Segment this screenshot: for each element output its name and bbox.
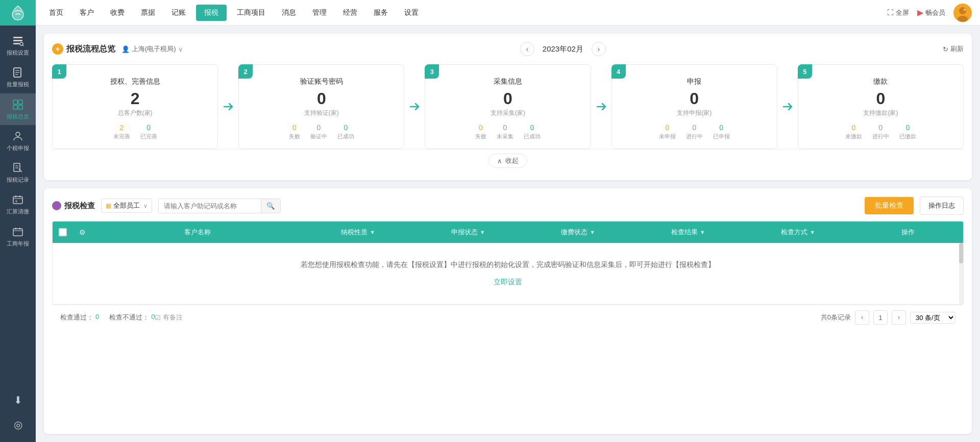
th-declare-status[interactable]: 申报状态 ▼ — [413, 222, 524, 243]
nav-item-tax[interactable]: 报税 — [196, 5, 227, 21]
th-operation: 操作 — [853, 222, 964, 243]
step-count-3: 0 — [503, 90, 512, 107]
sidebar-help-btn[interactable]: ◎ — [0, 413, 36, 436]
stat-label-1-0: 未完善 — [113, 133, 130, 140]
collapse-button[interactable]: ∧ 收起 — [488, 154, 527, 168]
th-gear[interactable]: ⚙ — [73, 222, 91, 243]
setup-link[interactable]: 立即设置 — [494, 278, 522, 286]
step-num-3: 3 — [425, 64, 439, 79]
refresh-button[interactable]: ↻ 刷新 — [943, 44, 964, 54]
step-count-4: 0 — [690, 90, 699, 107]
filter-icon-method: ▼ — [810, 229, 815, 235]
tax-check-table: ⚙ 客户名称 纳税性质 ▼ 申报状态 ▼ 缴费状态 ▼ — [52, 221, 964, 305]
refresh-icon: ↻ — [943, 45, 948, 53]
vip-button[interactable]: ▶ 畅会员 — [917, 8, 945, 17]
per-page-select[interactable]: 30 条/页 50 条/页 100 条/页 — [910, 312, 955, 324]
operation-log-button[interactable]: 操作日志 — [920, 197, 964, 215]
prev-month-button[interactable]: ‹ — [520, 42, 534, 56]
check-pass-num[interactable]: 0 — [95, 313, 99, 322]
stat-label-5-0: 未缴款 — [845, 133, 862, 140]
batch-check-button[interactable]: 批量检查 — [865, 197, 914, 214]
scrollbar-thumb[interactable] — [959, 243, 963, 263]
step-count-1: 2 — [131, 90, 140, 107]
th-check-method[interactable]: 检查方式 ▼ — [743, 222, 853, 243]
th-tax-nature[interactable]: 纳税性质 ▼ — [303, 222, 413, 243]
nav-item-fee[interactable]: 收费 — [102, 0, 133, 26]
avatar[interactable] — [953, 4, 972, 22]
step-stats-3: 0 失败 0 未采集 0 已成功 — [475, 124, 541, 140]
employee-filter-dropdown[interactable]: ▦ 全部员工 ∨ — [101, 199, 152, 213]
collapse-icon: ∧ — [497, 157, 502, 165]
check-fail-label: 检查不通过： — [109, 313, 149, 322]
tax-overview-icon — [12, 99, 24, 111]
sidebar-item-individual-tax[interactable]: 个税申报 — [0, 125, 36, 157]
step-num-4: 4 — [611, 64, 626, 79]
nav-item-message[interactable]: 消息 — [274, 0, 304, 26]
chevron-down-filter-icon: ∨ — [143, 203, 148, 209]
stat-label-4-0: 未申报 — [659, 133, 676, 140]
gear-icon: ⚙ — [79, 228, 86, 236]
content-area: + 报税流程总览 👤 上海(电子税局) ∨ ‹ 2023年02月 › ↻ 刷新 — [36, 26, 980, 442]
record-icon: ▶ — [917, 8, 923, 17]
vip-label: 畅会员 — [925, 8, 945, 17]
search-button[interactable]: 🔍 — [261, 199, 280, 213]
sidebar-item-tax-overview[interactable]: 报税总览 — [0, 93, 36, 125]
sidebar-label-tax-records: 报税记录 — [7, 176, 29, 183]
table-body: 若您想使用报税检查功能，请先在【报税设置】中进行报税的初始化设置，完成密码验证和… — [53, 243, 963, 304]
sidebar-download-btn[interactable]: ⬇ — [0, 389, 36, 411]
nav-item-customer[interactable]: 客户 — [71, 0, 102, 26]
step-title-2: 验证账号密码 — [300, 77, 343, 86]
sidebar-item-batch-tax[interactable]: 批量报税 — [0, 61, 36, 93]
tax-settings-icon — [12, 35, 24, 47]
footer-note: ☑ 有备注 — [155, 313, 183, 322]
location-tag[interactable]: 👤 上海(电子税局) ∨ — [121, 44, 183, 54]
nav-item-accounting[interactable]: 记账 — [163, 0, 194, 26]
th-pay-status[interactable]: 缴费状态 ▼ — [523, 222, 633, 243]
sidebar-item-annual-settle[interactable]: ¥ 汇算清缴 — [0, 188, 36, 220]
sidebar-item-tax-settings[interactable]: 报税设置 — [0, 30, 36, 61]
has-note-text: 有备注 — [163, 313, 183, 322]
total-records: 共0条记录 — [821, 313, 851, 322]
search-box: 🔍 — [158, 199, 281, 213]
stat-num-2-0: 0 — [292, 124, 297, 132]
sidebar-item-commerce-annual[interactable]: 工商年报 — [0, 220, 36, 252]
prev-page-button[interactable]: ‹ — [855, 310, 869, 325]
vertical-scrollbar[interactable] — [959, 243, 963, 304]
stat-num-5-1: 0 — [879, 124, 883, 132]
plus-icon: + — [52, 43, 63, 55]
fullscreen-button[interactable]: ⛶ 全屏 — [887, 8, 909, 17]
per-page-selector: 30 条/页 50 条/页 100 条/页 — [910, 312, 955, 324]
nav-item-settings[interactable]: 设置 — [396, 0, 427, 26]
svg-point-7 — [20, 42, 23, 45]
step-title-3: 采集信息 — [494, 77, 522, 86]
next-month-button[interactable]: › — [592, 42, 606, 56]
step-stats-4: 0 未申报 0 进行中 0 已申报 — [659, 124, 730, 140]
step-stats-1: 2 未完善 0 已完善 — [113, 124, 157, 140]
tax-check-title: 报税检查 — [52, 201, 95, 211]
nav-item-invoice[interactable]: 票据 — [133, 0, 163, 26]
step-title-4: 申报 — [687, 77, 701, 86]
location-text: 上海(电子税局) — [132, 44, 176, 54]
th-check-result[interactable]: 检查结果 ▼ — [633, 222, 744, 243]
nav-item-service[interactable]: 服务 — [365, 0, 396, 26]
collapse-label: 收起 — [505, 156, 519, 165]
svg-rect-22 — [13, 197, 22, 204]
svg-rect-15 — [18, 100, 22, 104]
page-info: 共0条记录 ‹ 1 › 30 条/页 50 条/页 100 条/页 — [821, 310, 955, 325]
th-checkbox[interactable] — [53, 222, 73, 243]
flow-step-2: 2 验证账号密码 0 支持验证(家) 0 失败 0 验证中 — [238, 64, 404, 149]
search-input[interactable] — [159, 199, 261, 213]
svg-rect-5 — [13, 40, 22, 41]
stat-label-3-2: 已成功 — [524, 133, 541, 140]
nav-item-manage[interactable]: 管理 — [304, 0, 335, 26]
nav-item-home[interactable]: 首页 — [41, 0, 71, 26]
nav-item-commerce[interactable]: 工商项目 — [229, 0, 274, 26]
sidebar-item-tax-records[interactable]: 报税记录 — [0, 157, 36, 188]
check-fail-num[interactable]: 0 — [151, 313, 155, 322]
nav-items: 首页 客户 收费 票据 记账 报税 工商项目 消息 管理 经营 服务 设置 — [36, 0, 887, 26]
next-page-button[interactable]: › — [892, 310, 906, 325]
svg-rect-17 — [18, 105, 22, 109]
nav-item-operation[interactable]: 经营 — [335, 0, 365, 26]
flow-overview-card: + 报税流程总览 👤 上海(电子税局) ∨ ‹ 2023年02月 › ↻ 刷新 — [44, 34, 972, 180]
search-icon: 🔍 — [266, 202, 275, 210]
